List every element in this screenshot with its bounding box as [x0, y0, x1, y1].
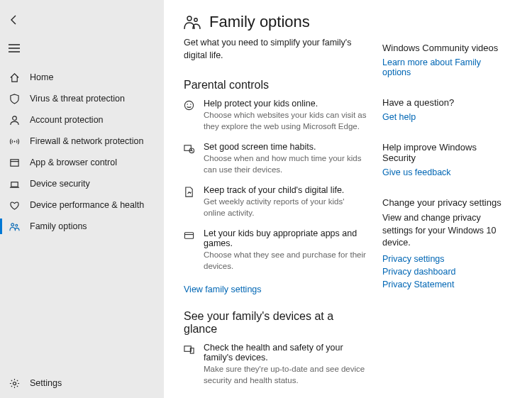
- aside-heading: Help improve Windows Security: [382, 142, 510, 163]
- svg-point-1: [13, 140, 15, 142]
- family-icon: [184, 13, 201, 31]
- nav-account[interactable]: Account protection: [0, 109, 164, 131]
- home-icon: [7, 72, 21, 83]
- person-icon: [7, 115, 21, 126]
- svg-rect-2: [10, 159, 18, 165]
- devices-icon: [184, 344, 195, 386]
- svg-point-11: [190, 104, 192, 105]
- feature-title: Help protect your kids online.: [204, 99, 368, 109]
- smile-icon: [184, 100, 195, 132]
- aside-heading: Change your privacy settings: [382, 197, 510, 208]
- chip-icon: [7, 179, 21, 189]
- content-column: Family options Get what you need to simp…: [184, 13, 368, 398]
- arrow-left-icon: [9, 14, 20, 26]
- aside-heading: Windows Community videos: [382, 43, 510, 53]
- sidebar: Home Virus & threat protection Account p…: [0, 0, 164, 398]
- svg-point-6: [13, 382, 16, 385]
- nav-label: Home: [30, 72, 53, 82]
- privacy-statement-link[interactable]: Privacy Statement: [382, 280, 510, 289]
- parental-heading: Parental controls: [184, 79, 368, 92]
- nav-home[interactable]: Home: [0, 67, 164, 88]
- antenna-icon: [7, 136, 21, 147]
- feature-desc: Choose what they see and purchase for th…: [204, 250, 368, 272]
- feature-title: Keep track of your child's digital life.: [204, 185, 368, 195]
- feature-title: Let your kids buy appropriate apps and g…: [204, 228, 368, 248]
- nav-app-browser[interactable]: App & browser control: [0, 152, 164, 173]
- privacy-dashboard-link[interactable]: Privacy dashboard: [382, 267, 510, 277]
- aside-heading: Have a question?: [382, 97, 510, 108]
- nav-label: App & browser control: [30, 157, 117, 167]
- aside-column: Windows Community videos Learn more abou…: [382, 13, 510, 398]
- feature-protect: Help protect your kids online. Choose wh…: [184, 99, 368, 132]
- get-help-link[interactable]: Get help: [382, 112, 510, 122]
- community-link[interactable]: Learn more about Family options: [382, 57, 510, 77]
- feature-activity: Keep track of your child's digital life.…: [184, 185, 368, 219]
- nav-label: Firewall & network protection: [30, 136, 143, 146]
- svg-point-5: [15, 224, 17, 226]
- feature-desc: Choose which websites your kids can visi…: [204, 110, 368, 132]
- nav-label: Account protection: [30, 115, 104, 125]
- back-button[interactable]: [0, 6, 28, 34]
- menu-button[interactable]: [0, 34, 28, 62]
- document-icon: [184, 187, 195, 219]
- nav-family[interactable]: Family options: [0, 216, 164, 237]
- nav-virus[interactable]: Virus & threat protection: [0, 88, 164, 109]
- svg-point-4: [11, 223, 13, 226]
- svg-point-8: [194, 18, 197, 21]
- shield-icon: [7, 94, 21, 104]
- feature-screentime: Set good screen time habits. Choose when…: [184, 142, 368, 175]
- privacy-settings-link[interactable]: Privacy settings: [382, 254, 510, 264]
- feature-title: Check the health and safety of your fami…: [204, 343, 368, 363]
- nav-device-security[interactable]: Device security: [0, 173, 164, 194]
- feature-desc: Get weekly activity reports of your kids…: [204, 197, 368, 219]
- feedback-link[interactable]: Give us feedback: [382, 167, 510, 177]
- nav-settings[interactable]: Settings: [0, 372, 164, 394]
- nav-performance[interactable]: Device performance & health: [0, 194, 164, 216]
- main-area: Family options Get what you need to simp…: [164, 0, 532, 398]
- nav-label: Virus & threat protection: [30, 94, 125, 104]
- hamburger-icon: [9, 44, 20, 52]
- window-icon: [7, 157, 21, 168]
- gear-icon: [7, 378, 21, 389]
- feature-desc: Make sure they're up-to-date and see dev…: [204, 364, 368, 386]
- svg-rect-12: [184, 145, 191, 151]
- feature-device-health: Check the health and safety of your fami…: [184, 343, 368, 386]
- svg-point-9: [184, 101, 193, 109]
- page-title: Family options: [209, 13, 310, 31]
- nav-label: Device performance & health: [30, 200, 144, 210]
- aside-question: Have a question? Get help: [382, 97, 510, 122]
- feature-title: Set good screen time habits.: [204, 142, 368, 152]
- svg-point-0: [12, 116, 16, 120]
- svg-rect-3: [11, 182, 17, 187]
- view-family-settings-link[interactable]: View family settings: [184, 284, 262, 294]
- aside-improve: Help improve Windows Security Give us fe…: [382, 142, 510, 177]
- nav-label: Family options: [30, 221, 87, 231]
- aside-privacy: Change your privacy settings View and ch…: [382, 197, 510, 289]
- nav-label: Device security: [30, 179, 90, 189]
- aside-community: Windows Community videos Learn more abou…: [382, 43, 510, 77]
- svg-point-7: [187, 16, 192, 21]
- heart-icon: [7, 200, 21, 211]
- feature-purchase: Let your kids buy appropriate apps and g…: [184, 228, 368, 272]
- page-subtitle: Get what you need to simplify your famil…: [184, 37, 368, 62]
- svg-point-10: [187, 104, 188, 105]
- clock-device-icon: [184, 143, 195, 175]
- nav-list: Home Virus & threat protection Account p…: [0, 67, 164, 237]
- devices-heading: See your family's devices at a glance: [184, 310, 368, 336]
- nav-firewall[interactable]: Firewall & network protection: [0, 131, 164, 152]
- aside-text: View and change privacy settings for you…: [382, 212, 510, 250]
- card-icon: [184, 230, 195, 272]
- family-icon: [7, 221, 21, 232]
- nav-label: Settings: [30, 378, 62, 388]
- svg-rect-14: [184, 233, 193, 238]
- feature-desc: Choose when and how much time your kids …: [204, 153, 368, 175]
